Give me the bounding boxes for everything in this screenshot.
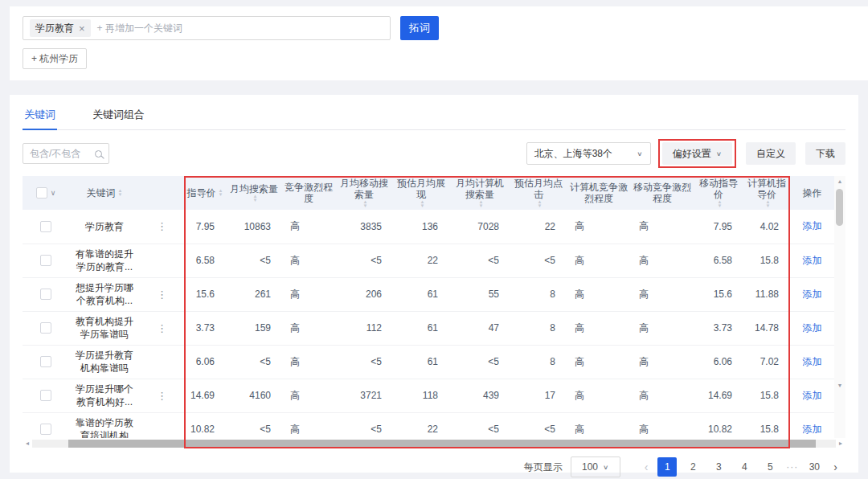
column-header[interactable]: 移动竞争激烈程度 [631, 176, 694, 210]
keyword-text[interactable]: 有靠谱的提升学历的教育... [74, 248, 135, 273]
scroll-down-icon[interactable]: ▼ [834, 383, 845, 388]
row-checkbox[interactable] [40, 221, 51, 232]
more-actions-icon[interactable]: ⋮ [157, 289, 167, 301]
value-cell: 高 [567, 210, 631, 244]
keyword-cell: 学历提升哪个教育机构好... [69, 379, 140, 412]
row-checkbox[interactable] [40, 289, 51, 300]
value-cell: 206 [335, 277, 393, 311]
expand-words-button[interactable]: 拓词 [400, 16, 439, 40]
include-exclude-input[interactable]: 包含/不包含 [23, 143, 109, 164]
vertical-scrollbar[interactable]: ▲ ▼ [834, 176, 845, 438]
search-icon [95, 150, 102, 158]
column-header[interactable]: 月均搜索量▲▼ [226, 176, 282, 210]
more-actions-icon[interactable]: ⋮ [157, 390, 167, 402]
page-button-2[interactable]: 2 [683, 457, 702, 477]
next-page-icon[interactable]: › [827, 461, 844, 473]
sort-icon[interactable]: ▲▼ [118, 189, 123, 197]
sort-icon[interactable]: ▲▼ [718, 200, 723, 208]
column-label: 指导价 [187, 187, 216, 199]
column-header[interactable]: 月均计算机搜索量▲▼ [449, 176, 510, 210]
value-cell: 159 [226, 311, 282, 345]
column-header[interactable]: 月均移动搜索量▲▼ [335, 176, 393, 210]
tab-keywords[interactable]: 关键词 [23, 103, 57, 129]
select-all-checkbox[interactable] [36, 187, 47, 199]
remove-keyword-icon[interactable]: × [79, 23, 85, 35]
page-button-1[interactable]: 1 [657, 457, 677, 477]
column-header[interactable]: 竞争激烈程度 [282, 176, 335, 210]
column-header[interactable]: 计算机指导价▲▼ [743, 176, 790, 210]
keyword-text[interactable]: 教育机构提升学历靠谱吗 [74, 315, 135, 341]
vertical-scrollbar-thumb[interactable] [836, 189, 843, 226]
value-cell: 高 [631, 379, 694, 412]
column-header-keyword[interactable]: 关键词▲▼ [69, 176, 140, 210]
column-label: 竞争激烈程度 [285, 182, 333, 204]
value-cell: 22 [393, 412, 449, 438]
add-link[interactable]: 添加 [803, 390, 822, 401]
select-dropdown-icon[interactable]: ∨ [51, 189, 56, 197]
sort-icon[interactable]: ▲▼ [420, 200, 425, 208]
value-cell: 15.8 [743, 379, 790, 412]
prev-page-icon[interactable]: ‹ [638, 461, 655, 473]
row-checkbox[interactable] [40, 322, 51, 334]
suggestion-chip[interactable]: + 杭州学历 [23, 48, 87, 69]
column-label: 移动竞争激烈程度 [633, 182, 691, 204]
keyword-text[interactable]: 学历提升哪个教育机构好... [74, 383, 135, 408]
scroll-up-icon[interactable]: ▲ [834, 178, 845, 184]
per-page-select[interactable]: 100 ∨ [571, 456, 620, 477]
column-header[interactable]: 预估月均点击▲▼ [510, 176, 567, 210]
page-button-5[interactable]: 5 [760, 457, 780, 477]
add-link[interactable]: 添加 [803, 424, 822, 435]
sort-icon[interactable]: ▲▼ [363, 200, 368, 208]
horizontal-scrollbar-thumb[interactable] [68, 440, 816, 448]
column-header-actions[interactable]: 操作 [790, 176, 834, 210]
column-label: 月均移动搜索量 [338, 178, 391, 200]
row-checkbox[interactable] [40, 424, 51, 435]
select-all-cell: ∨ [23, 176, 69, 210]
table-row: 教育机构提升学历靠谱吗 ⋮3.73159高11261478高高3.7314.78… [23, 311, 834, 345]
value-cell: 11.88 [743, 277, 790, 311]
column-header[interactable]: 移动指导价▲▼ [694, 176, 743, 210]
preference-settings-button[interactable]: 偏好设置 ∨ [662, 142, 732, 165]
customize-button[interactable]: 自定义 [746, 142, 796, 165]
column-label: 月均计算机搜索量 [452, 178, 508, 200]
column-header[interactable]: 计算机竞争激烈程度 [567, 176, 631, 210]
table-row: 学历提升哪个教育机构好... ⋮14.694160高372111843917高高… [23, 379, 834, 412]
more-actions-icon[interactable]: ⋮ [157, 220, 167, 232]
page-button-3[interactable]: 3 [709, 457, 728, 477]
page-button-30[interactable]: 30 [805, 457, 824, 477]
sort-icon[interactable]: ▲▼ [219, 189, 223, 197]
scroll-left-icon[interactable]: ◂ [23, 440, 32, 448]
row-checkbox[interactable] [40, 255, 51, 266]
keyword-text[interactable]: 学历提升教育机构靠谱吗 [74, 349, 135, 375]
column-label: 预估月均点击 [513, 178, 564, 200]
region-select[interactable]: 北京、上海等38个 ∨ [526, 142, 651, 165]
sort-icon[interactable]: ▲▼ [253, 194, 258, 203]
tab-keyword-combos[interactable]: 关键词组合 [91, 103, 146, 129]
menu-cell: ⋮ [140, 277, 184, 311]
horizontal-scrollbar[interactable]: ◂ ▸ [23, 439, 845, 448]
add-link[interactable]: 添加 [803, 255, 822, 266]
keyword-text[interactable]: 想提升学历哪个教育机构... [74, 281, 135, 307]
row-checkbox[interactable] [40, 356, 51, 367]
horizontal-scrollbar-track[interactable] [32, 440, 836, 448]
page-button-4[interactable]: 4 [735, 457, 754, 477]
sort-icon[interactable]: ▲▼ [538, 200, 542, 208]
value-cell: 高 [631, 345, 694, 379]
sort-icon[interactable]: ▲▼ [479, 200, 484, 208]
sort-icon[interactable]: ▲▼ [766, 200, 771, 208]
column-header[interactable]: 预估月均展现▲▼ [393, 176, 449, 210]
menu-cell: ⋮ [140, 210, 184, 244]
download-button[interactable]: 下载 [805, 142, 845, 165]
keyword-input[interactable]: 学历教育 × + 再增加一个关键词 [23, 16, 391, 40]
add-link[interactable]: 添加 [803, 220, 822, 231]
keyword-text[interactable]: 靠谱的学历教育培训机构 [74, 416, 135, 438]
add-link[interactable]: 添加 [803, 289, 822, 300]
value-cell: <5 [510, 412, 567, 438]
column-header[interactable]: 指导价▲▼ [184, 176, 226, 210]
add-link[interactable]: 添加 [803, 322, 822, 334]
more-actions-icon[interactable]: ⋮ [157, 322, 167, 334]
row-checkbox[interactable] [40, 390, 51, 401]
scroll-right-icon[interactable]: ▸ [836, 440, 845, 448]
keyword-text[interactable]: 学历教育 [85, 220, 124, 233]
add-link[interactable]: 添加 [803, 356, 822, 367]
